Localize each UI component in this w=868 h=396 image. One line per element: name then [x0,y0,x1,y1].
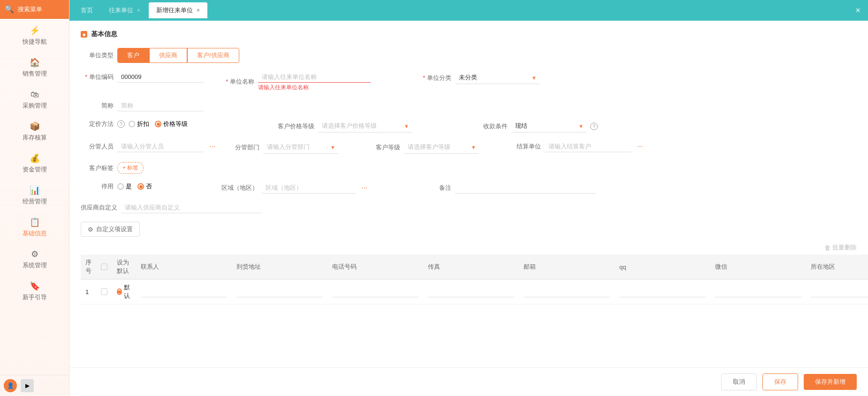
tab-new-partner-close[interactable]: × [197,7,200,14]
sidebar-item-quick-nav[interactable]: ⚡ 快捷导航 [0,19,69,51]
operations-icon: 📊 [30,185,40,195]
disabled-yes-label: 是 [126,182,132,191]
pricing-method-label: 定价方法 [81,120,114,128]
disabled-label: 停用 [81,182,114,191]
sidebar-item-label: 快捷导航 [23,38,47,46]
sidebar-item-base-info[interactable]: 📋 基础信息 [0,210,69,242]
contact-input[interactable] [141,286,227,297]
sidebar-item-label: 经营管理 [23,197,47,206]
row-default-radio[interactable]: 默认 [117,283,131,300]
wechat-input[interactable] [715,286,801,297]
user-avatar[interactable]: 👤 [4,379,17,392]
remark-group: 备注 [419,182,596,194]
form-content: ■ 基本信息 单位类型 客户 供应商 客户/供应商 单位编码 单位名称 [69,21,868,367]
search-menu[interactable]: 🔍 搜索菜单 [0,0,69,19]
disabled-no-radio[interactable]: 否 [137,182,152,191]
sidebar-item-label: 采购管理 [23,101,47,110]
fax-input[interactable] [428,286,514,297]
sidebar-item-label: 资金管理 [23,165,47,174]
sidebar-item-label: 新手引导 [23,293,47,302]
col-default: 设为默认 [112,255,136,280]
settlement-more-btn[interactable]: ··· [635,142,645,151]
row-phone [327,280,423,304]
row-region-input[interactable] [811,286,868,297]
batch-delete-label[interactable]: 批量删除 [832,243,857,252]
supplier-custom-input[interactable] [121,202,262,213]
settlement-unit-input[interactable] [545,141,631,152]
sidebar-item-operations[interactable]: 📊 经营管理 [0,179,69,210]
pricing-method-group: 定价方法 ? 折扣 价格等级 [81,120,268,128]
sidebar-expand-btn[interactable]: ▶ [21,379,34,392]
save-and-new-button[interactable]: 保存并新增 [804,374,857,390]
close-all-tabs[interactable]: × [852,4,864,17]
table-header-row: 序号 设为默认 联系人 到货地址 电话号码 传真 邮箱 qq 微信 所在地区 操… [81,255,868,280]
cancel-button[interactable]: 取消 [721,373,757,390]
unit-category-select[interactable]: 未分类 ▾ [455,71,540,84]
disabled-no-circle [137,183,144,190]
customer-level-arrow: ▾ [472,144,475,151]
sidebar-item-inventory[interactable]: 📦 库存核算 [0,115,69,147]
short-name-input[interactable] [117,100,204,111]
tag-group: 客户标签 + 标签 [81,162,212,174]
pricing-help-icon[interactable]: ? [117,120,125,128]
manager-more-btn[interactable]: ··· [207,142,217,151]
pricing-level-radio[interactable]: 价格等级 [155,120,188,128]
region-input[interactable] [262,182,356,194]
remark-input[interactable] [455,182,596,194]
sidebar-item-sales[interactable]: 🏠 销售管理 [0,51,69,83]
batch-delete-area: 🗑 批量删除 [81,243,857,252]
type-btn-supplier[interactable]: 供应商 [149,48,187,63]
department-group: 分管部门 请输入分管部门 ▾ [227,141,358,154]
region-label: 区域（地区） [221,184,258,192]
address-input[interactable] [236,286,323,297]
sidebar-item-newbie[interactable]: 🔖 新手引导 [0,274,69,306]
type-btn-customer[interactable]: 客户 [117,48,149,63]
section-title-text: 基本信息 [91,30,117,39]
row-default-label: 默认 [124,283,131,300]
disabled-yes-radio[interactable]: 是 [117,182,132,191]
tab-partner[interactable]: 往来单位 × [101,2,148,18]
search-menu-label: 搜索菜单 [18,5,42,14]
email-input[interactable] [524,286,610,297]
type-btn-both[interactable]: 客户/供应商 [187,48,239,63]
sidebar-item-label: 基础信息 [23,229,47,238]
tab-home[interactable]: 首页 [73,2,100,18]
department-select[interactable]: 请输入分管部门 ▾ [263,141,338,154]
add-tag-button[interactable]: + 标签 [117,162,144,174]
payment-terms-select[interactable]: 现结 ▾ [511,120,586,132]
custom-settings-button[interactable]: ⚙ 自定义项设置 [81,222,140,237]
customer-price-level-placeholder: 请选择客户价格等级 [322,122,377,130]
sidebar-item-system[interactable]: ⚙ 系统管理 [0,242,69,274]
manager-label: 分管人员 [81,142,114,151]
col-fax: 传真 [423,255,519,280]
sidebar-item-label: 库存核算 [23,133,47,142]
customer-level-select[interactable]: 请选择客户等级 ▾ [404,141,479,154]
save-button[interactable]: 保存 [762,373,798,390]
pricing-row: 定价方法 ? 折扣 价格等级 客户价格等级 请选择客户价格等级 [81,120,857,132]
manager-input[interactable] [117,141,204,152]
unit-type-label: 单位类型 [81,51,114,60]
contacts-table: 序号 设为默认 联系人 到货地址 电话号码 传真 邮箱 qq 微信 所在地区 操… [81,255,868,304]
row-default-circle [117,288,122,295]
newbie-icon: 🔖 [30,281,40,291]
unit-name-input[interactable] [258,71,371,83]
region-more-btn[interactable]: ··· [359,184,369,192]
row-checkbox[interactable] [101,288,107,295]
qq-input[interactable] [619,286,706,297]
sidebar-item-finance[interactable]: 💰 资金管理 [0,147,69,179]
tab-new-partner[interactable]: 新增往来单位 × [149,2,207,18]
pricing-level-circle [155,121,161,127]
disabled-no-label: 否 [146,182,152,191]
inventory-icon: 📦 [30,121,40,132]
phone-input[interactable] [332,286,419,297]
col-qq: qq [615,255,710,280]
row-address [232,280,327,304]
tab-partner-label: 往来单位 [109,6,133,15]
unit-code-input[interactable] [117,71,204,83]
pricing-discount-radio[interactable]: 折扣 [129,120,149,128]
select-all-checkbox[interactable] [101,264,107,270]
tab-partner-close[interactable]: × [137,7,140,14]
payment-help-icon[interactable]: ? [590,123,598,130]
sidebar-item-purchase[interactable]: 🛍 采购管理 [0,83,69,115]
customer-price-level-select[interactable]: 请选择客户价格等级 ▾ [318,120,412,132]
